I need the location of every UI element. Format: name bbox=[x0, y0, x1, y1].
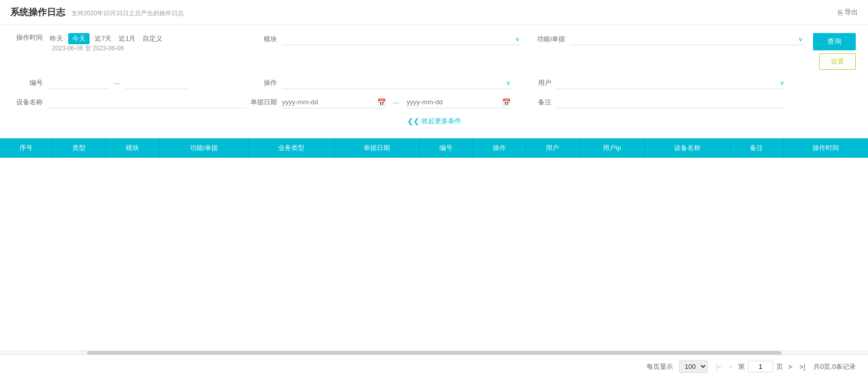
page-footer: 每页显示 100 50 200 |< < 第 页 > >| 共0页,0条记录 bbox=[0, 355, 868, 378]
module-label: 模块 bbox=[246, 35, 282, 44]
doc-date-to-wrapper: 📅 bbox=[407, 96, 511, 108]
function-select[interactable]: ∨ bbox=[571, 33, 803, 45]
export-button[interactable]: ⎘ 导出 bbox=[838, 8, 858, 17]
col-type: 类型 bbox=[52, 138, 105, 158]
col-remark: 备注 bbox=[730, 138, 783, 158]
table-wrapper: 序号 类型 模块 功能/单据 业务类型 单据日期 编号 操作 用户 用户ip 设… bbox=[0, 138, 868, 351]
per-page-label: 每页显示 bbox=[647, 362, 673, 371]
col-op-time: 操作时间 bbox=[783, 138, 868, 158]
export-label: 导出 bbox=[845, 8, 858, 17]
time-btn-7days[interactable]: 近7天 bbox=[93, 33, 114, 44]
module-select[interactable]: ∨ bbox=[282, 33, 520, 45]
module-chevron-icon: ∨ bbox=[515, 36, 520, 43]
time-range: 2023-06-06 至 2023-06-06 bbox=[52, 44, 164, 53]
filter-area: 操作时间 昨天 今天 近7天 近1月 自定义 2023-06-06 至 2023… bbox=[0, 25, 868, 138]
user-chevron-icon: ∨ bbox=[780, 79, 785, 86]
function-input[interactable] bbox=[571, 33, 797, 45]
col-user: 用户 bbox=[526, 138, 579, 158]
collapse-label: 收起更多条件 bbox=[422, 117, 461, 126]
col-biz-type: 业务类型 bbox=[249, 138, 334, 158]
col-operation: 操作 bbox=[472, 138, 525, 158]
time-options: 昨天 今天 近7天 近1月 自定义 bbox=[48, 33, 164, 44]
col-code: 编号 bbox=[419, 138, 472, 158]
remark-label: 备注 bbox=[521, 98, 556, 107]
operation-select[interactable]: ∨ bbox=[282, 77, 511, 89]
pag-page-label: 第 bbox=[738, 362, 745, 371]
device-input[interactable] bbox=[48, 96, 246, 108]
pag-page-input[interactable] bbox=[748, 361, 773, 372]
col-module: 模块 bbox=[106, 138, 159, 158]
doc-date-label: 单据日期 bbox=[246, 98, 282, 107]
col-index: 序号 bbox=[0, 138, 52, 158]
code-label: 编号 bbox=[12, 78, 48, 88]
per-page-select[interactable]: 100 50 200 bbox=[679, 360, 708, 373]
user-input[interactable] bbox=[556, 77, 778, 89]
function-label: 功能/单据 bbox=[530, 35, 571, 44]
time-btn-today[interactable]: 今天 bbox=[68, 33, 90, 44]
action-buttons: 查询 设置 bbox=[813, 33, 856, 70]
collapse-bar: ❮❮ 收起更多条件 bbox=[12, 112, 856, 130]
page-header: 系统操作日志 支持2020年10月31日之后产生的操作日志 ⎘ 导出 bbox=[0, 0, 868, 25]
table-header-row: 序号 类型 模块 功能/单据 业务类型 单据日期 编号 操作 用户 用户ip 设… bbox=[0, 138, 868, 158]
code-from-input[interactable] bbox=[48, 77, 109, 89]
user-select[interactable]: ∨ bbox=[556, 77, 785, 89]
time-btn-custom[interactable]: 自定义 bbox=[141, 33, 164, 44]
col-device: 设备名称 bbox=[645, 138, 730, 158]
col-function: 功能/单据 bbox=[159, 138, 248, 158]
remark-input[interactable] bbox=[556, 96, 785, 108]
collapse-icon: ❮❮ bbox=[407, 117, 419, 125]
device-label: 设备名称 bbox=[12, 98, 48, 107]
code-to-input[interactable] bbox=[126, 77, 187, 89]
col-user-ip: 用户ip bbox=[579, 138, 645, 158]
calendar-to-icon[interactable]: 📅 bbox=[502, 98, 511, 106]
col-doc-date: 单据日期 bbox=[334, 138, 419, 158]
doc-date-separator: — bbox=[393, 99, 400, 106]
time-btn-1month[interactable]: 近1月 bbox=[117, 33, 137, 44]
user-label: 用户 bbox=[521, 78, 556, 88]
calendar-from-icon[interactable]: 📅 bbox=[377, 98, 386, 106]
pag-next-button[interactable]: > bbox=[786, 362, 794, 372]
operation-chevron-icon: ∨ bbox=[506, 79, 511, 86]
settings-button[interactable]: 设置 bbox=[819, 53, 856, 70]
export-icon: ⎘ bbox=[838, 8, 843, 17]
query-button[interactable]: 查询 bbox=[813, 33, 856, 50]
doc-date-from-wrapper: 📅 bbox=[282, 96, 386, 108]
function-chevron-icon: ∨ bbox=[798, 36, 803, 43]
code-separator: — bbox=[114, 79, 121, 87]
horizontal-scrollbar[interactable] bbox=[0, 351, 868, 355]
data-table: 序号 类型 模块 功能/单据 业务类型 单据日期 编号 操作 用户 用户ip 设… bbox=[0, 138, 868, 158]
operation-input[interactable] bbox=[282, 77, 504, 89]
doc-date-from-input[interactable] bbox=[282, 96, 375, 108]
pag-first-button[interactable]: |< bbox=[714, 362, 724, 372]
collapse-button[interactable]: ❮❮ 收起更多条件 bbox=[407, 117, 461, 126]
pagination: |< < 第 页 > >| bbox=[714, 361, 807, 372]
pag-page-unit: 页 bbox=[776, 362, 783, 371]
module-input[interactable] bbox=[282, 33, 513, 45]
page-title: 系统操作日志 bbox=[10, 6, 65, 18]
pagination-total: 共0页,0条记录 bbox=[814, 362, 856, 371]
doc-date-to-input[interactable] bbox=[407, 96, 500, 108]
operation-label: 操作 bbox=[246, 78, 282, 88]
scrollbar-thumb bbox=[87, 351, 781, 355]
pag-last-button[interactable]: >| bbox=[797, 362, 807, 372]
pag-prev-button[interactable]: < bbox=[727, 362, 735, 372]
time-label: 操作时间 bbox=[12, 33, 48, 42]
time-btn-yesterday[interactable]: 昨天 bbox=[48, 33, 65, 44]
page-subtitle: 支持2020年10月31日之后产生的操作日志 bbox=[71, 9, 184, 18]
